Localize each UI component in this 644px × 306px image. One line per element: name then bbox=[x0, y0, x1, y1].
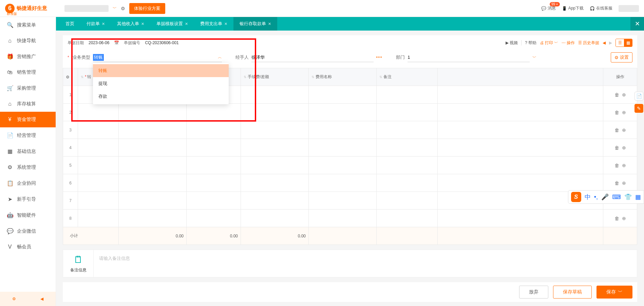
messages-badge: 99 + bbox=[550, 2, 560, 6]
table-row[interactable]: 5🗑⊕ bbox=[63, 157, 637, 174]
logo[interactable]: 6 畅捷通好生意 标准版 bbox=[5, 4, 61, 13]
sort-icon: ⇅ bbox=[311, 75, 314, 79]
col-fee-diff[interactable]: ⇅手续费/差额 bbox=[241, 68, 309, 86]
tab-other-income[interactable]: 其他收入单✕ bbox=[111, 17, 150, 31]
ime-keyboard-icon[interactable]: ⌨ bbox=[612, 193, 621, 201]
ime-mic-icon[interactable]: 🎤 bbox=[601, 193, 609, 201]
rail-doc-icon[interactable]: 📄 bbox=[634, 92, 643, 101]
dept-input[interactable] bbox=[408, 53, 530, 62]
user-avatar-placeholder[interactable] bbox=[619, 5, 639, 12]
table-row[interactable]: 3🗑⊕ bbox=[63, 121, 637, 139]
remark-side-label: 备注信息 bbox=[70, 267, 87, 273]
view-list[interactable]: ☰ bbox=[616, 39, 624, 47]
sidebar-item-basic[interactable]: ▦基础信息 bbox=[0, 143, 56, 159]
ime-toolbox-icon[interactable]: ▦ bbox=[635, 193, 641, 201]
delete-icon[interactable]: 🗑 bbox=[614, 145, 619, 150]
save-button[interactable]: 保存﹀ bbox=[596, 286, 632, 299]
add-icon[interactable]: ⊕ bbox=[622, 163, 626, 168]
dropdown-option-deposit[interactable]: 存款 bbox=[93, 90, 229, 103]
next-icon[interactable]: ▶ bbox=[609, 40, 612, 45]
calendar-icon[interactable]: 📅 bbox=[114, 40, 119, 45]
remark-input[interactable] bbox=[94, 250, 637, 277]
messages-link[interactable]: 💬 消息 99 + bbox=[541, 5, 556, 11]
close-icon[interactable]: ✕ bbox=[141, 22, 144, 26]
collapse-icon[interactable]: ◀ bbox=[40, 296, 43, 301]
close-icon[interactable]: ✕ bbox=[102, 22, 105, 26]
delete-icon[interactable]: 🗑 bbox=[614, 163, 619, 168]
col-config[interactable]: ⚙ bbox=[63, 68, 78, 86]
delete-icon[interactable]: 🗑 bbox=[614, 92, 619, 97]
print-action[interactable]: 🖨打印﹀ bbox=[540, 40, 558, 46]
discard-button[interactable]: 放弃 bbox=[519, 286, 548, 299]
dropdown-option-transfer[interactable]: 转账 bbox=[93, 64, 229, 77]
delete-icon[interactable]: 🗑 bbox=[614, 127, 619, 133]
required-mark: * bbox=[68, 55, 69, 60]
sidebar-item-collab[interactable]: 📋企业协同 bbox=[0, 175, 56, 191]
sidebar-item-marketing[interactable]: 🎁营销推广 bbox=[0, 49, 56, 65]
tab-expense[interactable]: 费用支出单✕ bbox=[194, 17, 233, 31]
handler-input[interactable] bbox=[251, 53, 374, 62]
rail-edit-icon[interactable]: ✎ bbox=[634, 104, 643, 113]
close-icon[interactable]: ✕ bbox=[185, 22, 188, 26]
sidebar-item-search[interactable]: 🔍搜索菜单 bbox=[0, 17, 56, 33]
ime-cn-label[interactable]: 中 bbox=[585, 193, 591, 201]
add-icon[interactable]: ⊕ bbox=[622, 216, 626, 221]
video-action[interactable]: ▶视频 bbox=[506, 40, 518, 46]
app-download-link[interactable]: 📱 App下载 bbox=[562, 5, 584, 11]
close-icon[interactable]: ✕ bbox=[224, 22, 227, 26]
col-fee-name[interactable]: ⇅费用名称 bbox=[309, 68, 377, 86]
add-icon[interactable]: ⊕ bbox=[622, 180, 626, 186]
help-action[interactable]: ?帮助 bbox=[525, 40, 536, 46]
tab-home[interactable]: 首页 bbox=[59, 17, 80, 31]
add-icon[interactable]: ⊕ bbox=[622, 145, 626, 150]
close-all-tabs[interactable]: ✕ bbox=[630, 17, 644, 31]
save-draft-button[interactable]: 保存草稿 bbox=[553, 286, 592, 299]
chevron-down-icon[interactable]: ﹀ bbox=[532, 55, 536, 60]
sidebar-item-member[interactable]: V畅会员 bbox=[0, 239, 56, 255]
tab-template[interactable]: 单据模板设置✕ bbox=[150, 17, 194, 31]
prev-icon[interactable]: ◀ bbox=[603, 40, 606, 45]
delete-icon[interactable]: 🗑 bbox=[614, 110, 619, 115]
date-value[interactable]: 2023-06-06 bbox=[89, 40, 109, 45]
customer-service-link[interactable]: 🎧 在线客服 bbox=[590, 5, 612, 11]
table-row[interactable]: 2🗑⊕ bbox=[63, 104, 637, 121]
tab-bank-transfer[interactable]: 银行存取款单✕ bbox=[233, 17, 277, 31]
add-icon[interactable]: ⊕ bbox=[622, 110, 626, 115]
sogou-logo-icon[interactable]: S bbox=[571, 192, 581, 202]
sidebar-item-hardware[interactable]: 🤖智能硬件 bbox=[0, 207, 56, 223]
sidebar-item-operation[interactable]: 📄经营管理 bbox=[0, 127, 56, 143]
trial-button[interactable]: 体验行业方案 bbox=[129, 3, 165, 14]
sidebar-item-purchase[interactable]: 🛒采购管理 bbox=[0, 80, 56, 96]
table-row[interactable]: 8🗑⊕ bbox=[63, 210, 637, 227]
operate-action[interactable]: ⋯操作 bbox=[562, 40, 575, 46]
view-grid[interactable]: ▦ bbox=[624, 39, 632, 47]
table-row[interactable]: 6🗑⊕ bbox=[63, 174, 637, 192]
table-row[interactable]: 4🗑⊕ bbox=[63, 139, 637, 157]
history-action[interactable]: ☰历史单据 bbox=[578, 40, 599, 46]
handler-more-icon[interactable]: ••• bbox=[376, 55, 383, 60]
settings-icon[interactable]: ⚙ bbox=[12, 296, 16, 301]
delete-icon[interactable]: 🗑 bbox=[614, 180, 619, 186]
ime-punct-icon[interactable]: •, bbox=[594, 194, 598, 201]
sidebar-item-inventory[interactable]: ⌂库存核算 bbox=[0, 96, 56, 112]
sidebar-item-sale[interactable]: 🛍销售管理 bbox=[0, 65, 56, 80]
dropdown-option-withdraw[interactable]: 提现 bbox=[93, 77, 229, 90]
sidebar-item-finance[interactable]: ¥资金管理 bbox=[0, 112, 56, 127]
org-settings-icon[interactable]: ⚙ bbox=[121, 6, 125, 11]
sidebar-item-wecom[interactable]: 💬企业微信 bbox=[0, 223, 56, 239]
org-caret-icon[interactable]: ﹀ bbox=[113, 5, 117, 11]
tab-payment[interactable]: 付款单✕ bbox=[80, 17, 111, 31]
ime-skin-icon[interactable]: 👕 bbox=[624, 193, 632, 201]
biz-type-select[interactable]: 转账 ︿ 转账 提现 存款 bbox=[93, 53, 222, 62]
delete-icon[interactable]: 🗑 bbox=[614, 216, 619, 221]
org-selector-placeholder[interactable] bbox=[64, 5, 109, 12]
sidebar-item-guide[interactable]: ➤新手引导 bbox=[0, 191, 56, 207]
add-icon[interactable]: ⊕ bbox=[622, 127, 626, 133]
sidebar-item-quicknav[interactable]: ⌂快捷导航 bbox=[0, 33, 56, 49]
close-icon[interactable]: ✕ bbox=[268, 22, 271, 26]
col-remark2[interactable]: ⇅备注 bbox=[377, 68, 438, 86]
settings-button[interactable]: ⚙设置 bbox=[611, 52, 632, 62]
table-row[interactable]: 7🗑⊕ bbox=[63, 192, 637, 210]
sidebar-item-system[interactable]: ⚙系统管理 bbox=[0, 159, 56, 175]
add-icon[interactable]: ⊕ bbox=[622, 92, 626, 97]
